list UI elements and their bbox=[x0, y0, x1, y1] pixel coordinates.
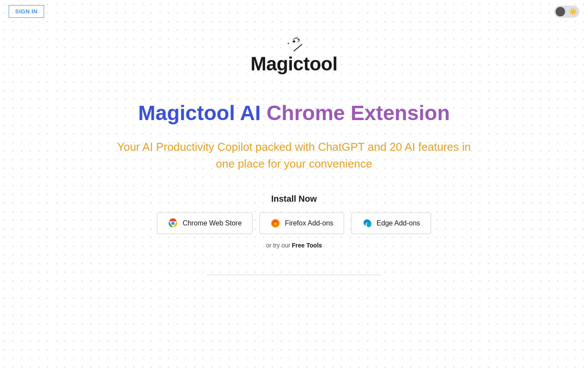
install-buttons: Chrome Web Store Firefox Add-ons bbox=[157, 212, 431, 234]
install-section: Install Now Chrome Web Store bbox=[157, 194, 431, 249]
chrome-button-label: Chrome Web Store bbox=[182, 219, 242, 227]
edge-icon bbox=[362, 218, 372, 228]
hero-section: Magictool AI Chrome Extension Your AI Pr… bbox=[99, 101, 489, 194]
install-title: Install Now bbox=[157, 194, 431, 204]
firefox-addons-button[interactable]: Firefox Add-ons bbox=[259, 212, 344, 234]
edge-button-label: Edge Add-ons bbox=[377, 219, 420, 227]
svg-line-0 bbox=[294, 44, 302, 51]
sign-in-button[interactable]: SIGN IN bbox=[9, 5, 44, 18]
chrome-icon bbox=[168, 218, 178, 228]
logo-text: Magictool bbox=[251, 53, 338, 75]
svg-text:✦: ✦ bbox=[287, 42, 290, 45]
wand-icon: ✦ ✦ ✦ bbox=[281, 36, 307, 53]
svg-point-6 bbox=[172, 222, 175, 225]
sun-icon: ☀️ bbox=[569, 8, 577, 16]
main-content: ✦ ✦ ✦ Magictool Magictool AI Chrome Exte… bbox=[0, 23, 588, 275]
chrome-web-store-button[interactable]: Chrome Web Store bbox=[157, 212, 252, 234]
hero-title-purple: Chrome Extension bbox=[266, 101, 450, 124]
free-tools-prefix: or try our bbox=[266, 242, 292, 249]
top-nav: SIGN IN ☀️ bbox=[0, 0, 588, 23]
theme-toggle[interactable]: ☀️ bbox=[554, 6, 579, 18]
logo-area: ✦ ✦ ✦ Magictool bbox=[251, 36, 338, 75]
firefox-button-label: Firefox Add-ons bbox=[285, 219, 333, 227]
hero-title-blue: Magictool AI bbox=[138, 101, 267, 124]
edge-addons-button[interactable]: Edge Add-ons bbox=[351, 212, 431, 234]
hero-subtitle: Your AI Productivity Copilot packed with… bbox=[117, 139, 471, 172]
hero-title: Magictool AI Chrome Extension bbox=[117, 101, 471, 126]
theme-toggle-circle bbox=[556, 7, 565, 16]
free-tools-text: or try our Free Tools bbox=[157, 242, 431, 249]
section-divider bbox=[208, 275, 380, 275]
free-tools-link[interactable]: Free Tools bbox=[292, 242, 322, 249]
svg-point-10 bbox=[275, 222, 277, 225]
firefox-icon bbox=[270, 218, 281, 228]
